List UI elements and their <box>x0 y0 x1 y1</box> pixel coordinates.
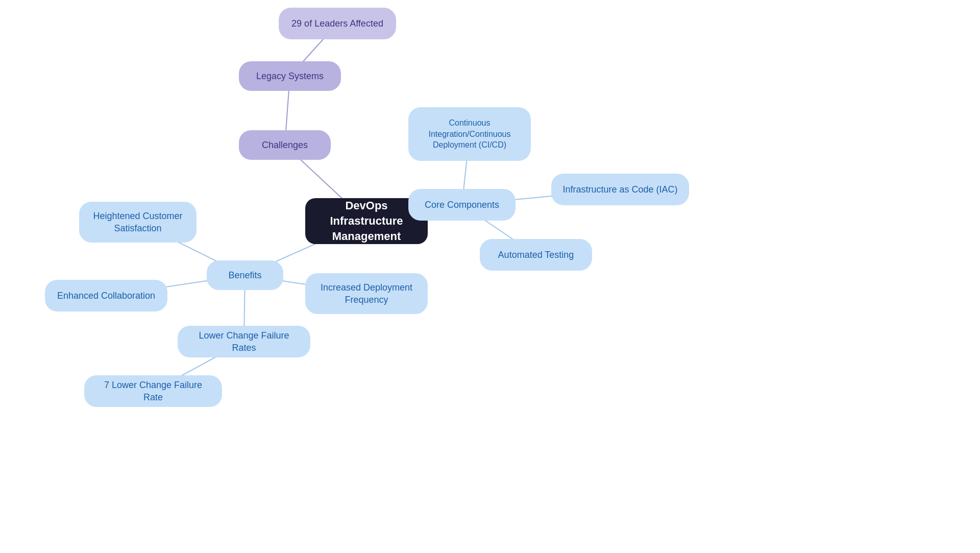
node-lower-rate7: 7 Lower Change Failure Rate <box>84 375 222 407</box>
node-enhanced: Enhanced Collaboration <box>45 280 167 311</box>
legacy-label: Legacy Systems <box>256 70 324 82</box>
node-legacy: Legacy Systems <box>239 61 341 91</box>
heightened-label: Heightened Customer Satisfaction <box>90 210 185 235</box>
node-cicd: Continuous Integration/Continuous Deploy… <box>408 107 531 161</box>
node-benefits: Benefits <box>207 260 283 290</box>
core-label: Core Components <box>425 199 499 211</box>
node-challenges: Challenges <box>239 130 331 160</box>
iac-label: Infrastructure as Code (IAC) <box>562 183 677 196</box>
leaders-label: 29 of Leaders Affected <box>291 17 383 30</box>
cicd-label: Continuous Integration/Continuous Deploy… <box>420 117 520 151</box>
node-leaders: 29 of Leaders Affected <box>279 8 396 39</box>
automated-label: Automated Testing <box>498 249 574 261</box>
node-lower-rates: Lower Change Failure Rates <box>178 326 310 357</box>
node-iac: Infrastructure as Code (IAC) <box>551 174 689 205</box>
enhanced-label: Enhanced Collaboration <box>57 290 155 302</box>
lower-rate7-label: 7 Lower Change Failure Rate <box>95 379 211 404</box>
benefits-label: Benefits <box>228 269 261 281</box>
node-increased: Increased Deployment Frequency <box>305 273 428 314</box>
node-automated: Automated Testing <box>480 239 592 271</box>
center-label: DevOps Infrastructure Management <box>316 198 416 244</box>
node-core: Core Components <box>408 189 516 221</box>
challenges-label: Challenges <box>262 139 308 151</box>
lower-rates-label: Lower Change Failure Rates <box>189 329 299 354</box>
increased-label: Increased Deployment Frequency <box>316 281 416 306</box>
node-heightened: Heightened Customer Satisfaction <box>79 202 197 243</box>
